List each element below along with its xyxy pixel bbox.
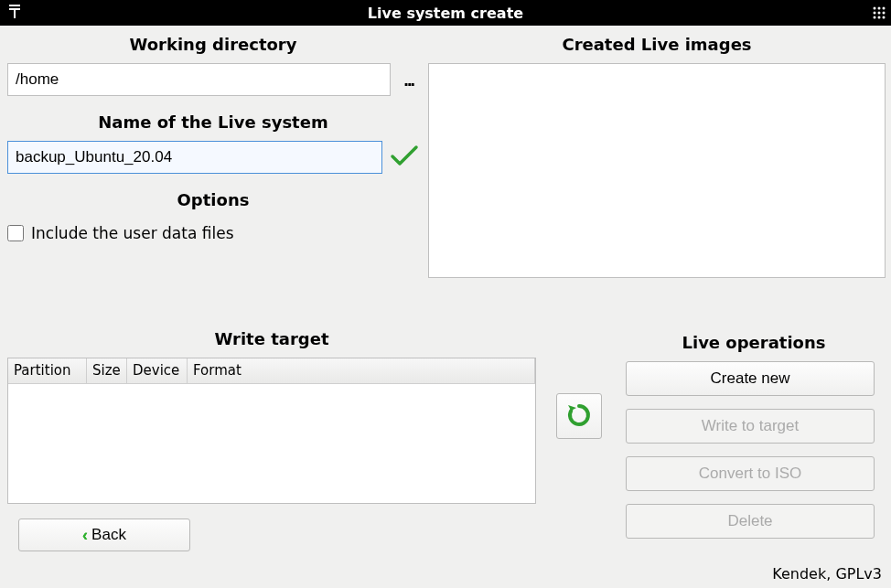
window-title: Live system create	[368, 5, 523, 22]
write-to-target-button[interactable]: Write to target	[626, 409, 875, 444]
svg-point-10	[878, 16, 881, 19]
svg-point-11	[883, 16, 886, 19]
live-name-input[interactable]	[7, 141, 382, 174]
working-directory-label: Working directory	[7, 35, 419, 54]
footer-credit: Kendek, GPLv3	[772, 565, 882, 583]
working-directory-input[interactable]	[7, 63, 391, 96]
delete-button[interactable]: Delete	[626, 504, 875, 539]
col-format[interactable]: Format	[188, 358, 535, 383]
include-userdata-checkbox[interactable]	[7, 225, 24, 241]
col-device[interactable]: Device	[127, 358, 188, 383]
name-label: Name of the Live system	[7, 112, 419, 132]
checkmark-icon	[390, 144, 419, 170]
live-operations-label: Live operations	[626, 333, 882, 352]
svg-point-3	[874, 7, 876, 10]
back-button[interactable]: ‹‹ Back	[18, 519, 190, 551]
created-images-label: Created Live images	[428, 35, 886, 54]
write-target-label: Write target	[7, 329, 536, 348]
options-label: Options	[7, 190, 419, 209]
back-label: Back	[91, 526, 126, 544]
col-partition[interactable]: Partition	[8, 358, 87, 383]
apps-grid-icon[interactable]	[873, 5, 886, 23]
svg-point-6	[874, 12, 876, 15]
include-userdata-label: Include the user data files	[31, 224, 234, 242]
svg-point-5	[883, 7, 886, 10]
window-menu-icon[interactable]	[7, 4, 22, 24]
svg-point-7	[878, 12, 881, 15]
convert-to-iso-button[interactable]: Convert to ISO	[626, 456, 875, 491]
svg-point-4	[878, 7, 881, 10]
col-size[interactable]: Size	[87, 358, 127, 383]
write-target-table[interactable]: Partition Size Device Format	[7, 358, 536, 504]
include-userdata-row[interactable]: Include the user data files	[7, 224, 419, 242]
refresh-button[interactable]	[556, 393, 602, 439]
table-header: Partition Size Device Format	[8, 358, 535, 384]
browse-button[interactable]: ...	[398, 69, 419, 91]
svg-point-9	[874, 16, 876, 19]
titlebar: Live system create	[0, 0, 891, 26]
create-new-button[interactable]: Create new	[626, 361, 875, 396]
svg-point-8	[883, 12, 886, 15]
created-images-list[interactable]	[428, 63, 886, 278]
refresh-icon	[565, 401, 593, 432]
